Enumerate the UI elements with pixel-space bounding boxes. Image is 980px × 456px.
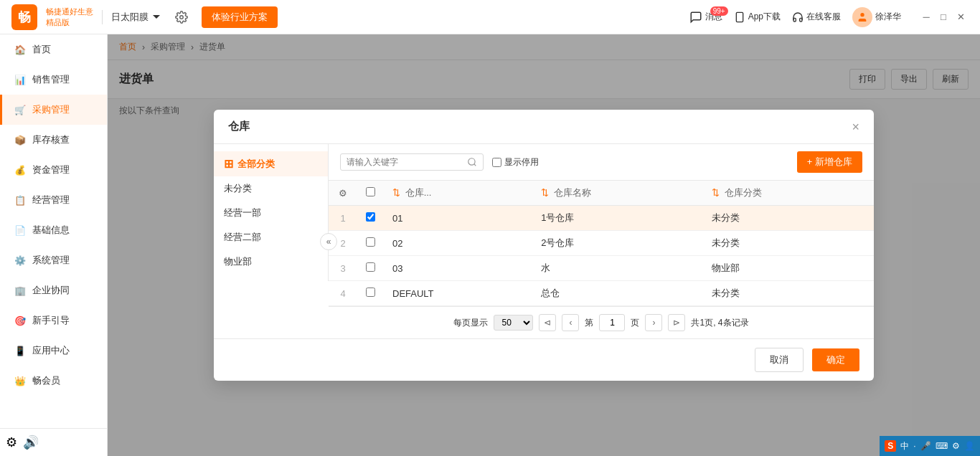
row-category-3: 未分类 xyxy=(703,281,874,306)
mobile-icon xyxy=(734,11,745,23)
category-item-2[interactable]: 经营二部 xyxy=(214,225,328,250)
sidebar-label-sales: 销售管理 xyxy=(32,73,70,86)
sidebar-label-inventory: 库存核查 xyxy=(32,133,70,146)
sidebar-item-purchase[interactable]: 🛒 采购管理 xyxy=(0,95,107,125)
online-service-label: 在线客服 xyxy=(806,11,841,23)
settings-icon[interactable] xyxy=(170,6,193,29)
finance-icon: 💰 xyxy=(14,163,27,176)
table-panel: 显示停用 + 新增仓库 ⚙ xyxy=(329,144,874,338)
category-item-1[interactable]: 经营一部 xyxy=(214,201,328,225)
apps-icon: 📱 xyxy=(14,344,27,357)
col-header-checkbox[interactable] xyxy=(357,181,384,206)
sidebar-item-enterprise[interactable]: 🏢 企业协同 xyxy=(0,275,107,305)
message-badge: 99+ xyxy=(710,6,728,16)
window-controls: ─ □ ✕ xyxy=(918,9,969,25)
dialog-close-btn[interactable]: × xyxy=(852,120,859,133)
category-item-3[interactable]: 物业部 xyxy=(214,250,328,274)
category-item-0[interactable]: 未分类 xyxy=(214,176,328,201)
select-all-checkbox[interactable] xyxy=(366,187,375,196)
minimize-btn[interactable]: ─ xyxy=(918,9,934,25)
category-all[interactable]: ⊞ 全部分类 xyxy=(214,151,328,176)
add-warehouse-btn[interactable]: + 新增仓库 xyxy=(797,151,862,173)
page-input[interactable] xyxy=(599,314,625,331)
per-page-select[interactable]: 50 10 20 100 xyxy=(494,315,533,331)
row-category-1: 未分类 xyxy=(703,231,874,256)
sidebar-label-enterprise: 企业协同 xyxy=(32,284,70,297)
row-name-3: 总仓 xyxy=(532,281,703,306)
sidebar-item-operation[interactable]: 📋 经营管理 xyxy=(0,185,107,215)
last-page-btn[interactable]: ⊳ xyxy=(668,314,685,331)
table-row: 1 01 1号仓库 未分类 xyxy=(329,206,874,231)
guide-icon: 🎯 xyxy=(14,314,27,327)
search-box xyxy=(340,153,484,171)
grid-icon: ⊞ xyxy=(224,157,233,171)
row-checkbox-3[interactable] xyxy=(357,281,384,306)
row-category-0: 未分类 xyxy=(703,206,874,231)
app-download-btn[interactable]: App下载 xyxy=(734,11,781,23)
row-checkbox-1[interactable] xyxy=(357,231,384,256)
sidebar-item-apps[interactable]: 📱 应用中心 xyxy=(0,336,107,366)
row-checkbox-0[interactable] xyxy=(357,206,384,231)
online-service-btn[interactable]: 在线客服 xyxy=(792,11,841,23)
show-disabled-checkbox[interactable] xyxy=(492,158,501,167)
purchase-icon: 🛒 xyxy=(14,103,27,116)
row-checkbox-2[interactable] xyxy=(357,256,384,281)
dialog-footer: 取消 确定 xyxy=(214,338,874,381)
sidebar-item-inventory[interactable]: 📦 库存核查 xyxy=(0,125,107,155)
row-code-3: DEFAULT xyxy=(384,281,532,306)
message-icon xyxy=(689,11,702,24)
col-header-category[interactable]: ⇅ 仓库分类 xyxy=(703,181,874,206)
prev-page-btn[interactable]: ‹ xyxy=(562,314,579,331)
collapse-category-btn[interactable]: « xyxy=(320,233,337,250)
store-selector[interactable]: 日太阳膜 xyxy=(111,11,161,24)
user-avatar[interactable]: 徐泽华 xyxy=(852,7,901,27)
close-window-btn[interactable]: ✕ xyxy=(953,9,969,25)
sidebar-item-system[interactable]: ⚙️ 系统管理 xyxy=(0,245,107,275)
next-page-btn[interactable]: › xyxy=(645,314,662,331)
maximize-btn[interactable]: □ xyxy=(936,9,951,25)
row-code-2: 03 xyxy=(384,256,532,281)
sidebar-label-finance: 资金管理 xyxy=(32,163,70,176)
per-page-label: 每页显示 xyxy=(453,317,488,329)
table-row: 2 02 2号仓库 未分类 xyxy=(329,231,874,256)
headphone-icon xyxy=(792,11,804,23)
audio-icon[interactable]: 🔊 xyxy=(23,434,39,450)
row-no-3: 4 xyxy=(329,281,357,306)
sidebar-item-finance[interactable]: 💰 资金管理 xyxy=(0,155,107,185)
avatar xyxy=(852,7,872,27)
sidebar-item-member[interactable]: 👑 畅会员 xyxy=(0,366,107,396)
operation-icon: 📋 xyxy=(14,194,27,206)
sidebar-item-basic[interactable]: 📄 基础信息 xyxy=(0,215,107,245)
sidebar-bottom: ⚙ 🔊 xyxy=(0,428,107,456)
settings-bottom-icon[interactable]: ⚙ xyxy=(6,434,17,450)
sidebar-label-basic: 基础信息 xyxy=(32,224,70,237)
industry-btn[interactable]: 体验行业方案 xyxy=(202,6,278,28)
dialog-overlay: 仓库 × ⊞ 全部分类 未分类 经营一部 经营 xyxy=(108,34,980,456)
message-btn[interactable]: 消息 99+ xyxy=(689,11,722,24)
col-header-code[interactable]: ⇅ 仓库... xyxy=(384,181,532,206)
inventory-icon: 📦 xyxy=(14,133,27,146)
col-code-label: 仓库... xyxy=(405,187,432,198)
status-mic-icon: 🎤 xyxy=(920,441,931,451)
user-name-label: 徐泽华 xyxy=(875,11,901,23)
show-disabled-toggle[interactable]: 显示停用 xyxy=(492,156,539,168)
sidebar-item-home[interactable]: 🏠 首页 xyxy=(0,34,107,65)
row-name-1: 2号仓库 xyxy=(532,231,703,256)
search-input[interactable] xyxy=(347,157,463,167)
first-page-btn[interactable]: ⊲ xyxy=(539,314,556,331)
pagination-bar: 每页显示 50 10 20 100 ⊲ ‹ 第 页 xyxy=(329,306,874,338)
col-header-name[interactable]: ⇅ 仓库名称 xyxy=(532,181,703,206)
status-user-small-icon: 👤 xyxy=(964,441,975,451)
status-settings-icon: ⚙ xyxy=(952,441,960,451)
search-icon[interactable] xyxy=(467,157,477,167)
col-header-gear[interactable]: ⚙ xyxy=(329,181,357,206)
row-name-0: 1号仓库 xyxy=(532,206,703,231)
sidebar-item-guide[interactable]: 🎯 新手引导 xyxy=(0,305,107,336)
top-actions: 消息 99+ App下载 在线客服 徐泽华 xyxy=(689,7,901,27)
main-layout: 🏠 首页 📊 销售管理 🛒 采购管理 📦 库存核查 💰 资金管理 📋 经营管理 … xyxy=(0,34,980,456)
cancel-btn[interactable]: 取消 xyxy=(755,348,804,372)
table-row: 4 DEFAULT 总仓 未分类 xyxy=(329,281,874,306)
sidebar-item-sales[interactable]: 📊 销售管理 xyxy=(0,65,107,95)
confirm-btn[interactable]: 确定 xyxy=(812,348,859,371)
svg-line-5 xyxy=(474,164,476,166)
